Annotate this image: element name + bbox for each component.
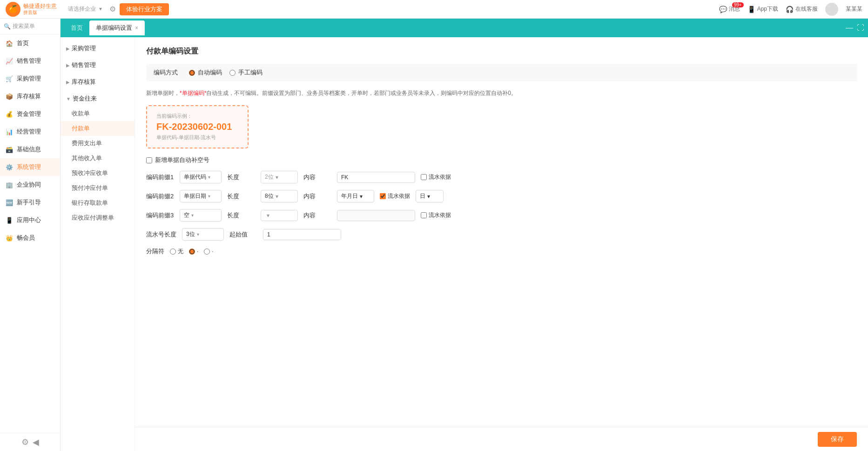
settings-icon[interactable]: ⚙ bbox=[109, 5, 116, 13]
tab-home[interactable]: 首页 bbox=[64, 20, 89, 35]
experience-button[interactable]: 体验行业方案 bbox=[120, 3, 169, 15]
auto-code-option[interactable]: 自动编码 bbox=[189, 68, 222, 77]
page-title: 付款单编码设置 bbox=[146, 47, 857, 56]
menu-item-pre-pay[interactable]: 预付冲应付单 bbox=[61, 181, 135, 195]
sidebar-item-sales[interactable]: 📈 销售管理 bbox=[0, 52, 60, 70]
separator-radio-group: 无 · · bbox=[170, 248, 214, 256]
sidebar-item-enterprise[interactable]: 🏢 企业协同 bbox=[0, 176, 60, 194]
sidebar-item-inventory[interactable]: 📦 库存核算 bbox=[0, 88, 60, 105]
company-selector[interactable]: 请选择企业 ▾ bbox=[68, 5, 102, 13]
maximize-icon[interactable]: ⛶ bbox=[857, 24, 864, 32]
menu-item-pre-receive[interactable]: 预收冲应收单 bbox=[61, 166, 135, 181]
stream1-checkbox[interactable] bbox=[421, 174, 427, 180]
menu-item-adjust[interactable]: 应收应付调整单 bbox=[61, 210, 135, 225]
arrow-right-icon3: ▶ bbox=[66, 80, 70, 85]
serial-length-select[interactable]: 3位 ▾ bbox=[182, 228, 224, 241]
serial-length-label: 流水号长度 bbox=[146, 230, 176, 239]
basics-icon: 🗃️ bbox=[6, 146, 13, 153]
sidebar-item-apps[interactable]: 📱 应用中心 bbox=[0, 211, 60, 229]
serial-row: 流水号长度 3位 ▾ 起始值 bbox=[146, 228, 857, 241]
sidebar-item-basics[interactable]: 🗃️ 基础信息 bbox=[0, 141, 60, 158]
messages-btn[interactable]: 💬 消息 99+ bbox=[719, 5, 740, 13]
content1-label: 内容 bbox=[303, 173, 331, 182]
tab-encoding-settings[interactable]: 单据编码设置 × bbox=[89, 20, 145, 35]
sidebar-item-operations[interactable]: 📊 经营管理 bbox=[0, 123, 60, 141]
content2-date-select[interactable]: 年月日 ▾ bbox=[337, 190, 374, 202]
menu-group-finance-title[interactable]: ▼ 资金往来 bbox=[61, 91, 135, 106]
tab-bar-actions: — ⛶ bbox=[846, 24, 864, 32]
content1-input[interactable] bbox=[337, 172, 415, 183]
auto-fill-checkbox[interactable] bbox=[146, 157, 152, 163]
sep-none[interactable]: 无 bbox=[170, 248, 183, 256]
sep-none-radio[interactable] bbox=[170, 249, 176, 255]
sidebar: 🔍 搜索菜单 🏠 首页 📈 销售管理 🛒 采购管理 📦 库存核算 💰 资金管理 … bbox=[0, 19, 61, 451]
menu-item-bank[interactable]: 银行存取款单 bbox=[61, 195, 135, 210]
info-text: 新增单据时，*单据编码*自动生成，不可编辑。前缀设置为部门、业务员等档案类，开单… bbox=[146, 89, 857, 98]
auto-code-radio[interactable] bbox=[189, 70, 195, 76]
search-menu[interactable]: 🔍 搜索菜单 bbox=[0, 19, 60, 34]
sep-dot[interactable]: · bbox=[189, 248, 198, 255]
sales-icon: 📈 bbox=[6, 57, 13, 65]
menu-item-expense[interactable]: 费用支出单 bbox=[61, 136, 135, 151]
content3-input[interactable] bbox=[337, 210, 415, 221]
online-service-btn[interactable]: 🎧 在线客服 bbox=[786, 5, 818, 13]
content-area: ▶ 采购管理 ▶ 销售管理 ▶ 库存核算 bbox=[61, 37, 868, 451]
sep-dot-radio[interactable] bbox=[189, 249, 195, 255]
member-icon: 👑 bbox=[6, 234, 13, 242]
example-label: 当前编码示例： bbox=[156, 113, 238, 120]
prefix1-select[interactable]: 单据代码 ▾ bbox=[180, 171, 222, 183]
sidebar-item-finance[interactable]: 💰 资金管理 bbox=[0, 105, 60, 123]
system-icon: ⚙️ bbox=[6, 163, 13, 171]
menu-group-sales-title[interactable]: ▶ 销售管理 bbox=[61, 58, 135, 73]
sidebar-item-guide[interactable]: 🆕 新手引导 bbox=[0, 194, 60, 211]
length2-select[interactable]: 8位 ▾ bbox=[261, 190, 298, 202]
prefix3-select[interactable]: 空 ▾ bbox=[180, 209, 222, 222]
auto-fill-label: 新增单据自动补空号 bbox=[155, 156, 209, 164]
stream3-checkbox-row[interactable]: 流水依据 bbox=[421, 211, 451, 219]
length3-select[interactable]: ▾ bbox=[261, 210, 298, 221]
sidebar-item-system[interactable]: ⚙️ 系统管理 bbox=[0, 158, 60, 176]
minimize-icon[interactable]: — bbox=[846, 24, 853, 32]
length3-label: 长度 bbox=[227, 211, 255, 220]
serial-arrow-icon: ▾ bbox=[197, 232, 199, 237]
arrow-right-icon: ▶ bbox=[66, 46, 70, 51]
sidebar-item-member[interactable]: 👑 畅会员 bbox=[0, 229, 60, 247]
sep-dash[interactable]: · bbox=[204, 248, 213, 255]
sep-dash-radio[interactable] bbox=[204, 249, 210, 255]
example-code: FK-20230602-001 bbox=[156, 121, 238, 132]
guide-icon: 🆕 bbox=[6, 199, 13, 206]
menu-group-inventory-title[interactable]: ▶ 库存核算 bbox=[61, 74, 135, 89]
app-download-btn[interactable]: 📱 App下载 bbox=[747, 5, 778, 13]
collapse-icon[interactable]: ◀ bbox=[33, 437, 39, 447]
avatar[interactable] bbox=[825, 3, 838, 16]
length1-select[interactable]: 2位 ▾ bbox=[261, 171, 298, 183]
length2-arrow-icon: ▾ bbox=[276, 193, 278, 200]
sidebar-item-purchase[interactable]: 🛒 采购管理 bbox=[0, 70, 60, 88]
manual-code-radio[interactable] bbox=[229, 70, 236, 76]
length3-arrow-icon: ▾ bbox=[267, 212, 269, 219]
search-icon: 🔍 bbox=[4, 23, 11, 30]
manual-code-option[interactable]: 手工编码 bbox=[229, 68, 262, 77]
stream2-checkbox-row[interactable]: 流水依据 bbox=[380, 192, 410, 200]
arrow-down-icon: ▼ bbox=[66, 96, 71, 101]
purchase-icon: 🛒 bbox=[6, 75, 13, 82]
prefix2-select[interactable]: 单据日期 ▾ bbox=[180, 190, 222, 202]
length2-label: 长度 bbox=[227, 192, 255, 201]
save-button[interactable]: 保存 bbox=[818, 432, 857, 447]
tab-bar: 首页 单据编码设置 × — ⛶ bbox=[61, 19, 868, 37]
prefix-row-1: 编码前缀1 单据代码 ▾ 长度 2位 ▾ 内容 bbox=[146, 171, 857, 183]
stream1-checkbox-row[interactable]: 流水依据 bbox=[421, 173, 451, 181]
sidebar-item-home[interactable]: 🏠 首页 bbox=[0, 34, 60, 52]
date-type-select[interactable]: 日 ▾ bbox=[416, 190, 444, 202]
logo: 🍊 畅捷通好生意 拼音版 bbox=[6, 2, 57, 17]
start-value-input[interactable] bbox=[263, 229, 341, 240]
menu-group-purchase-title[interactable]: ▶ 采购管理 bbox=[61, 41, 135, 56]
auto-fill-row: 新增单据自动补空号 bbox=[146, 156, 857, 164]
settings-bottom-icon[interactable]: ⚙ bbox=[21, 437, 29, 447]
tab-close-icon[interactable]: × bbox=[135, 25, 138, 31]
menu-item-receipt[interactable]: 收款单 bbox=[61, 106, 135, 121]
menu-item-payment[interactable]: 付款单 bbox=[61, 121, 135, 136]
stream3-checkbox[interactable] bbox=[421, 212, 427, 218]
stream2-checkbox[interactable] bbox=[380, 193, 386, 199]
menu-item-other-income[interactable]: 其他收入单 bbox=[61, 151, 135, 166]
